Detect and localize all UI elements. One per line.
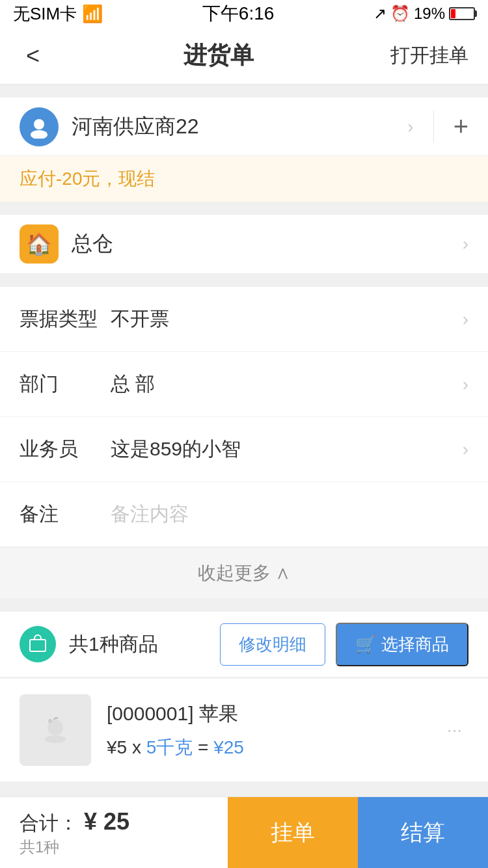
price-value: ¥5 bbox=[107, 737, 127, 757]
location-icon: ↗ bbox=[373, 5, 386, 23]
sales-chevron-icon: › bbox=[463, 439, 468, 460]
invoice-value: 不开票 bbox=[111, 306, 463, 332]
cart-icon: 🛒 bbox=[355, 634, 376, 655]
svg-point-4 bbox=[48, 719, 52, 723]
sales-value: 这是859的小智 bbox=[111, 436, 463, 463]
notes-input[interactable]: 备注内容 bbox=[111, 501, 468, 528]
warehouse-name: 总仓 bbox=[72, 230, 463, 258]
status-left: 无SIM卡 📶 bbox=[13, 3, 103, 25]
svg-point-1 bbox=[31, 130, 47, 139]
supplier-name: 河南供应商22 bbox=[72, 113, 407, 141]
status-right: ↗ ⏰ 19% bbox=[373, 5, 475, 23]
product-thumbnail bbox=[20, 694, 91, 766]
hang-button[interactable]: 挂单 bbox=[228, 797, 358, 868]
products-header: 共1种商品 修改明细 🛒 选择商品 bbox=[0, 612, 488, 677]
product-name: [0000001] 苹果 bbox=[107, 701, 441, 727]
modify-detail-button[interactable]: 修改明细 bbox=[220, 623, 325, 666]
equals-sign: = bbox=[198, 737, 213, 757]
warehouse-row[interactable]: 🏠 总仓 › bbox=[0, 215, 488, 273]
select-product-label: 选择商品 bbox=[381, 633, 449, 656]
supplier-divider bbox=[433, 111, 434, 143]
carrier-text: 无SIM卡 bbox=[13, 3, 77, 25]
dept-value: 总 部 bbox=[111, 371, 463, 398]
svg-rect-2 bbox=[30, 640, 46, 651]
warehouse-chevron-icon: › bbox=[463, 234, 468, 254]
total-sub: 共1种 bbox=[20, 837, 208, 858]
warehouse-icon: 🏠 bbox=[20, 224, 59, 264]
product-code: [0000001] bbox=[107, 703, 193, 724]
supplier-section: 河南供应商22 › + 应付-20元，现结 bbox=[0, 98, 488, 202]
supplier-row[interactable]: 河南供应商22 › + bbox=[0, 98, 488, 156]
total-line: 合计： ¥ 25 bbox=[20, 808, 208, 837]
svg-point-0 bbox=[34, 119, 44, 129]
bottom-bar: 合计： ¥ 25 共1种 挂单 结算 bbox=[0, 796, 488, 868]
page-title: 进货单 bbox=[183, 40, 254, 72]
svg-point-5 bbox=[45, 735, 66, 743]
notes-row[interactable]: 备注 备注内容 bbox=[0, 481, 488, 547]
product-info: [0000001] 苹果 ¥5 x 5千克 = ¥25 bbox=[107, 701, 441, 760]
dept-label: 部门 bbox=[20, 371, 111, 398]
supplier-chevron-icon: › bbox=[407, 116, 413, 137]
products-count: 共1种商品 bbox=[69, 631, 220, 658]
sales-label: 业务员 bbox=[20, 436, 111, 463]
warehouse-section: 🏠 总仓 › bbox=[0, 215, 488, 273]
qty-value: 5千克 bbox=[146, 737, 193, 757]
supplier-add-button[interactable]: + bbox=[454, 112, 468, 141]
price-separator: x bbox=[132, 737, 146, 757]
notes-label: 备注 bbox=[20, 501, 111, 528]
wifi-icon: 📶 bbox=[82, 4, 103, 24]
checkout-button[interactable]: 结算 bbox=[358, 797, 488, 868]
dept-row[interactable]: 部门 总 部 › bbox=[0, 351, 488, 416]
alarm-icon: ⏰ bbox=[390, 5, 410, 23]
total-section: 合计： ¥ 25 共1种 bbox=[0, 797, 228, 868]
status-time: 下午6:16 bbox=[202, 1, 275, 26]
select-product-button[interactable]: 🛒 选择商品 bbox=[336, 623, 468, 666]
sales-row[interactable]: 业务员 这是859的小智 › bbox=[0, 416, 488, 481]
product-apple: 苹果 bbox=[199, 703, 238, 724]
notice-bar: 应付-20元，现结 bbox=[0, 156, 488, 202]
total-amount: ¥ 25 bbox=[84, 808, 129, 835]
supplier-avatar bbox=[20, 107, 59, 146]
gap-3 bbox=[0, 273, 488, 286]
back-button[interactable]: < bbox=[20, 36, 46, 76]
product-price: ¥5 x 5千克 = ¥25 bbox=[107, 735, 441, 760]
invoice-label: 票据类型 bbox=[20, 306, 111, 332]
gap-1 bbox=[0, 85, 488, 98]
collapse-text: 收起更多 ∧ bbox=[198, 561, 291, 586]
invoice-row[interactable]: 票据类型 不开票 › bbox=[0, 286, 488, 351]
gap-2 bbox=[0, 202, 488, 215]
status-bar: 无SIM卡 📶 下午6:16 ↗ ⏰ 19% bbox=[0, 0, 488, 27]
total-label: 合计： bbox=[20, 812, 78, 834]
nav-bar: < 进货单 打开挂单 bbox=[0, 27, 488, 85]
products-icon bbox=[20, 626, 56, 662]
invoice-chevron-icon: › bbox=[463, 309, 468, 330]
content-area: 河南供应商22 › + 应付-20元，现结 🏠 总仓 › 票据类型 不开票 › … bbox=[0, 85, 488, 853]
collapse-button[interactable]: 收起更多 ∧ bbox=[0, 547, 488, 599]
battery-icon bbox=[449, 7, 475, 20]
dept-chevron-icon: › bbox=[463, 374, 468, 395]
product-item: [0000001] 苹果 ¥5 x 5千克 = ¥25 ··· bbox=[0, 678, 488, 781]
open-hang-button[interactable]: 打开挂单 bbox=[390, 42, 468, 69]
form-section: 票据类型 不开票 › 部门 总 部 › 业务员 这是859的小智 › 备注 备注… bbox=[0, 286, 488, 599]
line-total: ¥25 bbox=[213, 737, 244, 757]
battery-text: 19% bbox=[414, 5, 445, 23]
product-more-button[interactable]: ··· bbox=[441, 713, 468, 747]
